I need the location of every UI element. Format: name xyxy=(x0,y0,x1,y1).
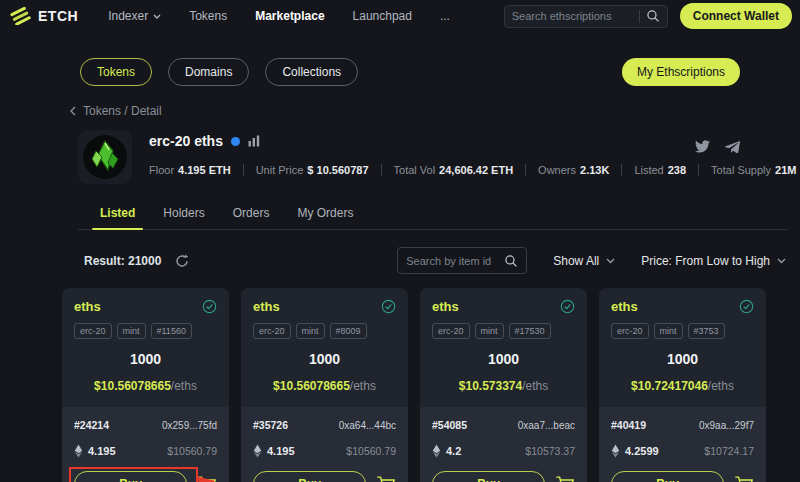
chart-icon[interactable] xyxy=(248,135,260,147)
tag-number: #17530 xyxy=(509,323,551,339)
card-bottom: #54085 0xaa7...beac 4.2 $10573.37 Buy xyxy=(420,407,587,482)
verified-check-icon xyxy=(739,299,754,314)
chevron-down-icon xyxy=(606,258,615,264)
token-name: erc-20 eths xyxy=(149,133,223,149)
tag-operation: mint xyxy=(296,323,325,339)
card-token-name: eths xyxy=(253,299,280,314)
eth-icon xyxy=(611,444,620,458)
category-tab-tokens[interactable]: Tokens xyxy=(80,58,152,86)
buy-row: Buy xyxy=(611,471,754,482)
nav-item-more[interactable]: ... xyxy=(440,9,450,23)
tag-protocol: erc-20 xyxy=(611,323,649,339)
buy-button[interactable]: Buy xyxy=(253,471,366,482)
card-top: eths erc-20 mint #8009 1000 $10.56078665… xyxy=(241,288,408,407)
tag-operation: mint xyxy=(654,323,683,339)
add-to-cart-icon[interactable] xyxy=(198,476,217,482)
detail-tabs: Listed Holders Orders My Orders xyxy=(78,206,788,230)
etch-logo-icon xyxy=(10,7,32,25)
twitter-icon[interactable] xyxy=(695,140,710,153)
item-id-search-input[interactable] xyxy=(406,255,504,267)
tag-number: #11560 xyxy=(151,323,192,339)
navbar: ETCH Indexer Tokens Marketplace Launchpa… xyxy=(0,0,800,32)
card-token-name: eths xyxy=(74,299,101,314)
card-top: eths erc-20 mint #17530 1000 $10.573374/… xyxy=(420,288,587,407)
card-unit-price: $10.56078665/eths xyxy=(74,379,217,393)
stat-owners: Owners2.13K xyxy=(538,164,609,176)
card-top: eths erc-20 mint #11560 1000 $10.5607866… xyxy=(62,288,229,407)
usd-price: $10724.17 xyxy=(704,445,754,457)
card-bottom: #35726 0xa64...44bc 4.195 $10560.79 Buy xyxy=(241,407,408,482)
nav-item-launchpad[interactable]: Launchpad xyxy=(353,9,412,23)
eth-price: 4.195 xyxy=(267,445,295,457)
back-chevron-icon[interactable] xyxy=(70,106,76,116)
card-token-name: eths xyxy=(611,299,638,314)
ethscriptions-search-input[interactable] xyxy=(512,10,637,22)
usd-price: $10560.79 xyxy=(167,445,217,457)
eth-price: 4.2599 xyxy=(625,445,659,457)
card-grid: eths erc-20 mint #11560 1000 $10.5607866… xyxy=(62,288,766,482)
chevron-down-icon xyxy=(777,258,786,264)
ethscriptions-search[interactable] xyxy=(504,5,668,28)
category-tab-collections[interactable]: Collections xyxy=(265,58,358,86)
tag-operation: mint xyxy=(475,323,504,339)
listing-card: eths erc-20 mint #17530 1000 $10.573374/… xyxy=(420,288,587,482)
usd-price: $10573.37 xyxy=(525,445,575,457)
tag-protocol: erc-20 xyxy=(432,323,470,339)
seller-address[interactable]: 0xa64...44bc xyxy=(339,420,396,431)
crystal-logo-icon xyxy=(82,134,128,180)
breadcrumb[interactable]: Tokens / Detail xyxy=(70,104,800,118)
nav-item-tokens[interactable]: Tokens xyxy=(189,9,227,23)
tag-number: #3753 xyxy=(688,323,725,339)
eth-icon xyxy=(432,444,441,458)
category-tab-domains[interactable]: Domains xyxy=(168,58,249,86)
price-sort-dropdown[interactable]: Price: From Low to High xyxy=(641,254,786,268)
card-tags: erc-20 mint #17530 xyxy=(432,323,575,339)
card-tags: erc-20 mint #3753 xyxy=(611,323,754,339)
refresh-icon[interactable] xyxy=(175,254,189,268)
buy-row: Buy xyxy=(74,471,217,482)
tab-listed[interactable]: Listed xyxy=(100,206,135,229)
card-top: eths erc-20 mint #3753 1000 $10.72417046… xyxy=(599,288,766,407)
seller-address[interactable]: 0x259...75fd xyxy=(162,420,217,431)
stat-total-vol: Total Vol24,606.42 ETH xyxy=(394,164,514,176)
tab-holders[interactable]: Holders xyxy=(163,206,204,229)
show-all-dropdown[interactable]: Show All xyxy=(553,254,615,268)
connect-wallet-button[interactable]: Connect Wallet xyxy=(680,3,792,29)
card-token-name: eths xyxy=(432,299,459,314)
buy-button[interactable]: Buy xyxy=(432,471,545,482)
verified-check-icon xyxy=(381,299,396,314)
brand-name: ETCH xyxy=(38,8,78,24)
eth-price: 4.195 xyxy=(88,445,116,457)
listing-card: eths erc-20 mint #8009 1000 $10.56078665… xyxy=(241,288,408,482)
verified-check-icon xyxy=(202,299,217,314)
listing-card: eths erc-20 mint #11560 1000 $10.5607866… xyxy=(62,288,229,482)
item-search-icon[interactable] xyxy=(504,254,518,268)
seller-address[interactable]: 0xaa7...beac xyxy=(518,420,575,431)
token-avatar xyxy=(78,130,132,184)
buy-button[interactable]: Buy xyxy=(74,471,187,482)
token-amount: 1000 xyxy=(253,351,396,367)
item-id-search[interactable] xyxy=(397,247,527,274)
add-to-cart-icon[interactable] xyxy=(556,476,575,482)
eth-icon xyxy=(74,444,83,458)
tab-my-orders[interactable]: My Orders xyxy=(297,206,353,229)
result-count: Result: 21000 xyxy=(84,254,161,268)
add-to-cart-icon[interactable] xyxy=(735,476,754,482)
nav-item-indexer[interactable]: Indexer xyxy=(108,9,161,23)
seller-address[interactable]: 0x9aa...29f7 xyxy=(699,420,754,431)
my-ethscriptions-button[interactable]: My Ethscriptions xyxy=(622,58,740,86)
category-row: Tokens Domains Collections My Ethscripti… xyxy=(0,32,800,86)
add-to-cart-icon[interactable] xyxy=(377,476,396,482)
nav-item-marketplace[interactable]: Marketplace xyxy=(255,9,324,23)
tab-orders[interactable]: Orders xyxy=(233,206,270,229)
stat-listed: Listed238 xyxy=(634,164,686,176)
card-unit-price: $10.56078665/eths xyxy=(253,379,396,393)
token-header: erc-20 eths Floor4.195 ETH Unit Price$ 1… xyxy=(78,130,740,184)
eth-price: 4.2 xyxy=(446,445,461,457)
buy-button[interactable]: Buy xyxy=(611,471,724,482)
telegram-icon[interactable] xyxy=(725,140,740,153)
brand-logo[interactable]: ETCH xyxy=(10,7,78,25)
search-icon[interactable] xyxy=(646,9,660,23)
verified-check-icon xyxy=(560,299,575,314)
card-bottom: #40419 0x9aa...29f7 4.2599 $10724.17 Buy xyxy=(599,407,766,482)
